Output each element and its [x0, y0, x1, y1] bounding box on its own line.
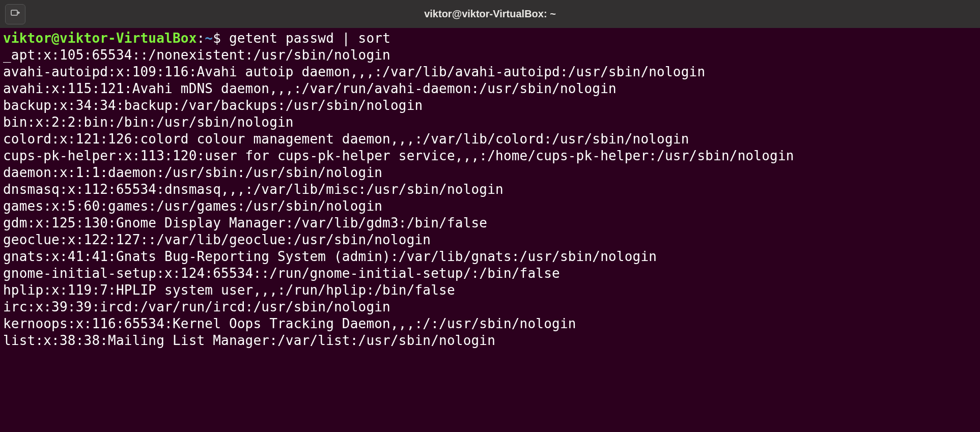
output-lines: _apt:x:105:65534::/nonexistent:/usr/sbin…	[3, 47, 794, 348]
command: getent passwd | sort	[229, 31, 390, 46]
command-text	[221, 31, 229, 46]
prompt-separator: :	[197, 31, 205, 46]
prompt-symbol: $	[213, 31, 221, 46]
prompt-user-host: viktor@viktor-VirtualBox	[3, 31, 197, 46]
prompt-path: ~	[205, 31, 213, 46]
titlebar: viktor@viktor-VirtualBox: ~	[0, 0, 980, 28]
window-title: viktor@viktor-VirtualBox: ~	[424, 8, 556, 20]
svg-rect-0	[11, 10, 17, 15]
new-tab-button[interactable]	[5, 4, 25, 24]
terminal-output[interactable]: viktor@viktor-VirtualBox:~$ getent passw…	[0, 28, 980, 349]
new-tab-icon	[10, 8, 20, 20]
